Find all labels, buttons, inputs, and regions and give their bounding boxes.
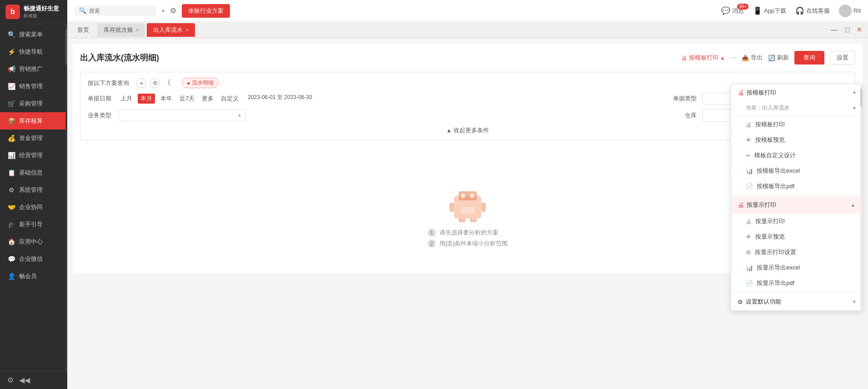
date-shortcut-this-year[interactable]: 本年 xyxy=(159,94,174,104)
display-pdf-label: 按显示导出pdf xyxy=(757,279,794,287)
tab-in-out-flow-close[interactable]: × xyxy=(185,27,188,33)
message-button[interactable]: 💬 消息 99+ xyxy=(721,6,744,15)
page-header: 出入库流水(流水明细) 🖨 按模板打印 ▲ ··· 📤 导出 xyxy=(80,51,855,65)
divider3 xyxy=(731,292,862,292)
collapse-sidebar-icon[interactable]: ◀◀ xyxy=(19,376,30,384)
guide-icon: 🎓 xyxy=(7,220,15,229)
sidebar-item-purchase[interactable]: 🛒 采购管理 xyxy=(0,95,67,112)
business-type-select[interactable]: ▾ xyxy=(119,110,246,121)
sidebar-item-inventory[interactable]: 📦 库存核算 xyxy=(0,112,67,130)
warehouse-label: 仓库 xyxy=(685,111,697,120)
basic-icon: 📋 xyxy=(7,169,15,177)
sidebar-item-operations[interactable]: 📊 经营管理 xyxy=(0,147,67,164)
topbar-settings-icon[interactable]: ⚙ xyxy=(170,6,176,15)
display-print-item[interactable]: 🖨 按显示打印 xyxy=(731,214,862,229)
topbar-search-area[interactable]: 🔍 xyxy=(75,5,156,16)
date-shortcuts: 上月 本月 本年 近7天 更多 自定义 xyxy=(119,94,240,104)
print-icon: 🖨 xyxy=(681,55,687,61)
window-minimize-button[interactable]: — xyxy=(828,24,841,35)
sidebar-item-apps[interactable]: 🏠 应用中心 xyxy=(0,233,67,250)
purchase-icon: 🛒 xyxy=(7,100,15,108)
display-excel-icon: 📊 xyxy=(746,264,753,271)
sidebar-item-guide[interactable]: 🎓 新手引导 xyxy=(0,216,67,233)
quick-nav-icon: ⚡ xyxy=(7,48,15,56)
tab-inventory-batch[interactable]: 库存批次账 × xyxy=(97,23,145,37)
default-section-header[interactable]: ⚙ 设置默认功能 ▾ xyxy=(731,293,862,310)
sidebar-item-system[interactable]: ⚙ 系统管理 xyxy=(0,181,67,199)
template-preview-item[interactable]: 👁 按模板预览 xyxy=(731,132,862,148)
sidebar-item-wechat[interactable]: 💬 企业微信 xyxy=(0,250,67,268)
app-download-button[interactable]: 📱 App下载 xyxy=(753,6,786,15)
display-print-section-header[interactable]: 🖨 按显示打印 ▲ xyxy=(731,196,862,214)
filter-add-button[interactable]: + xyxy=(136,78,146,88)
date-field-label: 单据日期 xyxy=(88,95,111,103)
sidebar-item-sales[interactable]: 📈 销售管理 xyxy=(0,78,67,95)
template-excel-item[interactable]: 📊 按模板导出excel xyxy=(731,163,862,179)
sidebar-item-search[interactable]: 🔍 搜索菜单 xyxy=(0,26,67,43)
online-service-label: 在线客服 xyxy=(806,7,830,15)
print-template-button[interactable]: 🖨 按模板打印 ▲ xyxy=(681,54,725,62)
tab-home[interactable]: 首页 xyxy=(71,23,95,37)
default-section-chevron: ▾ xyxy=(853,299,856,305)
date-range-text: 2023-06-01 至 2023-06-30 xyxy=(248,94,312,101)
window-close-button[interactable]: × xyxy=(854,24,864,35)
template-preview-label: 按模板预览 xyxy=(755,136,785,144)
query-button[interactable]: 查询 xyxy=(794,51,824,65)
avatar xyxy=(839,5,852,17)
more-options-icon[interactable]: ··· xyxy=(730,54,736,62)
online-service-button[interactable]: 🎧 在线客服 xyxy=(795,6,830,15)
sidebar-item-basic[interactable]: 📋 基础信息 xyxy=(0,164,67,181)
date-shortcut-7days[interactable]: 近7天 xyxy=(178,94,196,104)
refresh-button[interactable]: 🔄 刷新 xyxy=(768,54,789,62)
display-preview-item[interactable]: 👁 按显示预览 xyxy=(731,229,862,244)
svg-rect-4 xyxy=(461,207,474,214)
dropdown-scrollbar[interactable] xyxy=(860,84,862,310)
filter-tag[interactable]: ● 流水明细 xyxy=(182,78,219,88)
date-shortcut-this-month[interactable]: 本月 xyxy=(138,94,155,104)
sidebar-item-marketing[interactable]: 📢 营销推广 xyxy=(0,60,67,78)
topbar-search-input[interactable] xyxy=(89,8,144,14)
date-shortcut-more[interactable]: 更多 xyxy=(200,94,215,104)
template-print-section-header[interactable]: 🖨 按模板打印 ▾ xyxy=(731,84,862,101)
date-shortcut-last-month[interactable]: 上月 xyxy=(119,94,134,104)
sidebar-item-finance[interactable]: 💰 资金管理 xyxy=(0,130,67,147)
industry-solution-button[interactable]: 体验行业方案 xyxy=(182,4,230,18)
sidebar-item-quick-nav[interactable]: ⚡ 快捷导航 xyxy=(0,43,67,60)
sidebar-item-enterprise[interactable]: 🤝 企业协同 xyxy=(0,199,67,216)
brand-name: 畅捷通好生意 xyxy=(24,5,59,13)
filter-actions: + ⚙ 《 xyxy=(136,78,171,88)
template-pdf-item[interactable]: 📄 按模板导出pdf xyxy=(731,179,862,194)
display-settings-icon: ⚙ xyxy=(746,249,751,256)
sales-icon: 📈 xyxy=(7,82,15,90)
template-custom-item[interactable]: ✏ 模板自定义设计 xyxy=(731,148,862,163)
window-maximize-button[interactable]: □ xyxy=(843,24,853,35)
tab-in-out-flow[interactable]: 出入库流水 × xyxy=(147,23,195,37)
step2-text: 用[选]条件来缩小分析范围 xyxy=(439,239,508,248)
topbar-search-chevron[interactable]: ▾ xyxy=(162,8,165,14)
sidebar-item-member[interactable]: 👤 畅会员 xyxy=(0,268,67,285)
template-print-item[interactable]: 🖨 按模板打印 xyxy=(731,117,862,132)
display-pdf-item[interactable]: 📄 按显示导出pdf xyxy=(731,275,862,291)
display-settings-item[interactable]: ⚙ 按显示打印设置 xyxy=(731,244,862,260)
member-icon: 👤 xyxy=(7,272,15,280)
refresh-icon: 🔄 xyxy=(768,55,775,61)
tab-inventory-batch-close[interactable]: × xyxy=(136,27,139,33)
user-profile[interactable]: Rit xyxy=(839,5,861,17)
default-section-icon: ⚙ xyxy=(738,299,743,305)
settings-button[interactable]: 设置 xyxy=(830,51,855,65)
sidebar-logo: b 畅捷通好生意 标准版 xyxy=(0,0,67,24)
refresh-label: 刷新 xyxy=(777,54,789,62)
settings-bottom-icon[interactable]: ⚙ xyxy=(7,376,14,384)
template-preview-icon: 👁 xyxy=(746,137,752,144)
date-shortcut-custom[interactable]: 自定义 xyxy=(219,94,240,104)
template-section-chevron: ▾ xyxy=(853,90,856,96)
print-chevron-up-icon: ▲ xyxy=(720,55,725,60)
template-current-chevron: ▾ xyxy=(853,105,856,111)
filter-settings-button[interactable]: ⚙ xyxy=(150,78,160,88)
empty-state-illustration xyxy=(445,182,490,223)
display-excel-item[interactable]: 📊 按显示导出excel xyxy=(731,260,862,275)
template-excel-label: 按模板导出excel xyxy=(757,167,800,175)
filter-collapse-button[interactable]: 《 xyxy=(164,78,171,88)
template-current-item[interactable]: 当前：出入库流水 ▾ xyxy=(731,101,862,115)
export-button[interactable]: 📤 导出 xyxy=(742,54,763,62)
